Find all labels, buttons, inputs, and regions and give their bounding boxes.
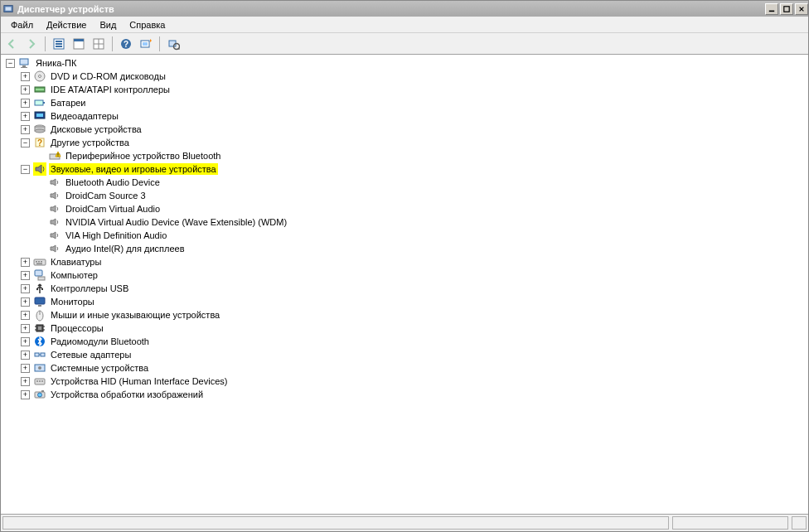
expand-icon[interactable]: + — [21, 364, 30, 373]
menubar: Файл Действие Вид Справка — [1, 17, 808, 33]
tree-item-label[interactable]: Мыши и иные указывающие устройства — [49, 309, 221, 321]
status-panel-right — [672, 516, 788, 530]
tree-row[interactable]: +DVD и CD-ROM дисководы — [21, 70, 808, 83]
expand-icon[interactable]: + — [21, 297, 30, 307]
tree-item-label[interactable]: Видеоадаптеры — [49, 110, 120, 122]
tree-row[interactable]: +Сетевые адаптеры — [21, 348, 808, 361]
tree-row[interactable]: +Системные устройства — [21, 361, 808, 375]
collapse-icon[interactable]: − — [21, 138, 30, 148]
show-hidden-button[interactable] — [50, 35, 68, 53]
expand-icon[interactable]: + — [21, 377, 30, 386]
tree-item-label[interactable]: Процессоры — [49, 322, 105, 334]
menu-file[interactable]: Файл — [4, 18, 40, 31]
tree-row[interactable]: !Периферийное устройство Bluetooth — [36, 149, 808, 162]
forward-button[interactable] — [22, 35, 41, 53]
expand-icon[interactable]: + — [21, 337, 30, 346]
expand-icon[interactable]: + — [21, 72, 30, 81]
expand-icon[interactable]: + — [21, 284, 30, 293]
tree-item-label[interactable]: DroidCam Source 3 — [64, 190, 148, 201]
tree-item-label[interactable]: Устройства HID (Human Interface Devices) — [49, 375, 229, 387]
tree-item-label[interactable]: Устройства обработки изображений — [49, 389, 205, 400]
tree-row[interactable]: +Устройства HID (Human Interface Devices… — [21, 375, 808, 388]
tree-item-label[interactable]: Звуковые, видео и игровые устройства — [49, 163, 218, 175]
refresh-button[interactable] — [164, 35, 182, 53]
device-tree[interactable]: −Яника-ПК+DVD и CD-ROM дисководы+IDE ATA… — [2, 56, 808, 401]
expand-icon[interactable]: + — [21, 311, 30, 320]
expand-icon[interactable]: + — [21, 324, 30, 333]
tree-item-label[interactable]: Клавиатуры — [49, 256, 103, 268]
maximize-button[interactable] — [780, 3, 793, 15]
tree-row[interactable]: Bluetooth Audio Device — [36, 176, 808, 189]
tree-row[interactable]: +Батареи — [21, 96, 808, 109]
tree-row[interactable]: +Мониторы — [21, 295, 808, 308]
tree-row[interactable]: +Дисковые устройства — [21, 123, 808, 136]
svg-rect-48 — [38, 261, 40, 263]
tree-item-label[interactable]: NVIDIA Virtual Audio Device (Wave Extens… — [64, 216, 288, 228]
properties-button[interactable] — [70, 35, 88, 53]
tree-row[interactable]: +Радиомодули Bluetooth — [21, 335, 808, 348]
tree-row[interactable]: DroidCam Virtual Audio — [36, 202, 808, 215]
expand-icon[interactable]: + — [21, 85, 30, 94]
tree-item-label[interactable]: DVD и CD-ROM дисководы — [49, 70, 167, 82]
tree-row[interactable]: +Клавиатуры — [21, 255, 808, 268]
tree-item-label[interactable]: DroidCam Virtual Audio — [64, 203, 162, 215]
tree-item-label[interactable]: Сетевые адаптеры — [49, 349, 133, 360]
tree-item-label[interactable]: Системные устройства — [49, 362, 150, 374]
tree-item-label[interactable]: Радиомодули Bluetooth — [49, 336, 151, 347]
help-button[interactable]: ? — [117, 35, 135, 53]
tree-row[interactable]: DroidCam Source 3 — [36, 189, 808, 202]
tree-row[interactable]: Аудио Intel(R) для дисплеев — [36, 242, 808, 255]
tree-row[interactable]: +Видеоадаптеры — [21, 109, 808, 123]
window-title: Диспетчер устройств — [17, 4, 763, 14]
tree-row[interactable]: +Мыши и иные указывающие устройства — [21, 308, 808, 322]
tree-row[interactable]: +Компьютер — [21, 268, 808, 282]
menu-view[interactable]: Вид — [93, 18, 123, 31]
tree-item-label[interactable]: VIA High Definition Audio — [64, 230, 168, 241]
collapse-icon[interactable]: − — [21, 165, 30, 174]
tree-item-label[interactable]: Другие устройства — [49, 137, 131, 148]
expand-icon[interactable]: + — [21, 351, 30, 360]
tree-item-label[interactable]: Мониторы — [49, 296, 96, 307]
svg-rect-55 — [35, 297, 45, 304]
tree-item-label[interactable]: Яника-ПК — [34, 57, 78, 69]
view-button[interactable] — [90, 35, 108, 53]
tree-item-label[interactable]: Аудио Intel(R) для дисплеев — [64, 243, 187, 254]
tree-row[interactable]: −Звуковые, видео и игровые устройства — [21, 162, 808, 176]
svg-text:?: ? — [37, 138, 42, 148]
svg-rect-22 — [21, 67, 27, 68]
tree-item-label[interactable]: Дисковые устройства — [49, 123, 143, 135]
device-tree-panel[interactable]: −Яника-ПК+DVD и CD-ROM дисководы+IDE ATA… — [1, 55, 808, 514]
collapse-icon[interactable]: − — [6, 59, 15, 68]
svg-marker-42 — [51, 206, 56, 212]
tree-row[interactable]: VIA High Definition Audio — [36, 229, 808, 242]
tree-row[interactable]: +Процессоры — [21, 322, 808, 335]
expand-icon[interactable]: + — [21, 99, 30, 108]
tree-item-label[interactable]: Периферийное устройство Bluetooth — [64, 150, 222, 162]
warn-icon: ! — [48, 149, 61, 162]
back-button[interactable] — [2, 35, 21, 53]
tree-item-label[interactable]: Батареи — [49, 97, 88, 109]
tree-row[interactable]: NVIDIA Virtual Audio Device (Wave Extens… — [36, 215, 808, 229]
tree-row[interactable]: −Яника-ПК — [6, 56, 808, 70]
close-button[interactable] — [795, 3, 808, 15]
expand-icon[interactable]: + — [21, 125, 30, 134]
svg-rect-9 — [74, 39, 84, 41]
menu-action[interactable]: Действие — [40, 18, 93, 31]
svg-rect-2 — [769, 10, 774, 12]
scan-button[interactable] — [137, 35, 155, 53]
tree-item-label[interactable]: Компьютер — [49, 269, 99, 281]
tree-row[interactable]: −?Другие устройства — [21, 136, 808, 149]
tree-item-label[interactable]: IDE ATA/ATAPI контроллеры — [49, 84, 172, 95]
tree-item-label[interactable]: Контроллеры USB — [49, 283, 130, 294]
expand-icon[interactable]: + — [21, 112, 30, 121]
menu-help[interactable]: Справка — [123, 18, 172, 31]
expand-icon[interactable]: + — [21, 390, 30, 399]
tree-row[interactable]: +Устройства обработки изображений — [21, 388, 808, 401]
titlebar: Диспетчер устройств — [1, 1, 808, 17]
expand-icon[interactable]: + — [21, 258, 30, 267]
minimize-button[interactable] — [765, 3, 778, 15]
tree-row[interactable]: +IDE ATA/ATAPI контроллеры — [21, 83, 808, 96]
tree-item-label[interactable]: Bluetooth Audio Device — [64, 177, 162, 188]
tree-row[interactable]: +Контроллеры USB — [21, 282, 808, 295]
expand-icon[interactable]: + — [21, 271, 30, 280]
